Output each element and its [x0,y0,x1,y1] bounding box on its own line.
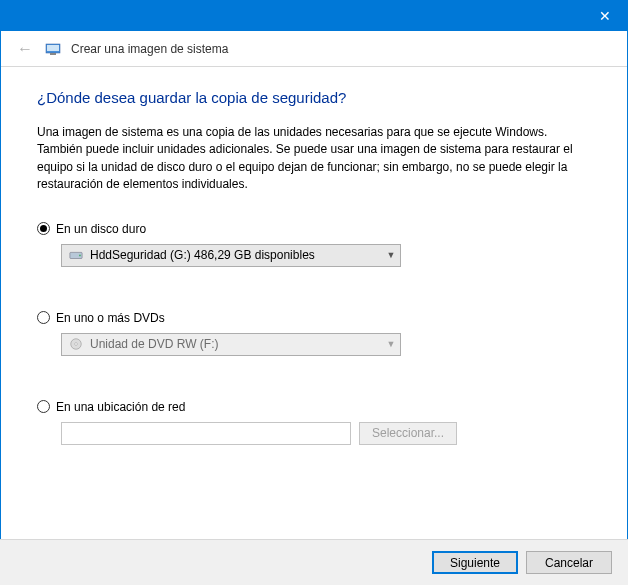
radio-hdd[interactable] [37,222,50,235]
svg-rect-2 [50,53,56,55]
page-heading: ¿Dónde desea guardar la copia de segurid… [37,89,591,106]
network-path-input[interactable] [61,422,351,445]
radio-hdd-label: En un disco duro [56,222,146,236]
radio-network-label: En una ubicación de red [56,400,185,414]
dvd-drive-text: Unidad de DVD RW (F:) [90,337,382,351]
hdd-drive-select[interactable]: HddSeguridad (G:) 486,29 GB disponibles … [61,244,401,267]
system-image-icon [45,41,61,57]
close-icon: ✕ [599,8,611,24]
page-description: Una imagen de sistema es una copia de la… [37,124,591,194]
wizard-header: ← Crear una imagen de sistema [1,31,627,67]
next-button[interactable]: Siguiente [432,551,518,574]
radio-network[interactable] [37,400,50,413]
cancel-button[interactable]: Cancelar [526,551,612,574]
wizard-title: Crear una imagen de sistema [71,42,228,56]
wizard-footer: Siguiente Cancelar [0,539,628,585]
radio-dvd[interactable] [37,311,50,324]
hdd-drive-text: HddSeguridad (G:) 486,29 GB disponibles [90,248,382,262]
dvd-drive-icon [68,336,84,352]
titlebar: ✕ [1,1,627,31]
option-network: En una ubicación de red Seleccionar... [37,400,591,445]
svg-point-6 [75,343,78,346]
svg-rect-1 [47,45,59,51]
radio-row-hdd[interactable]: En un disco duro [37,222,591,236]
svg-point-4 [79,255,81,257]
back-arrow-icon: ← [15,40,35,58]
chevron-down-icon: ▼ [382,334,400,355]
network-select-button: Seleccionar... [359,422,457,445]
hard-disk-icon [68,247,84,263]
radio-row-network[interactable]: En una ubicación de red [37,400,591,414]
option-dvd: En uno o más DVDs Unidad de DVD RW (F:) … [37,311,591,356]
content-area: ¿Dónde desea guardar la copia de segurid… [1,67,627,445]
radio-dvd-label: En uno o más DVDs [56,311,165,325]
radio-row-dvd[interactable]: En uno o más DVDs [37,311,591,325]
dvd-drive-select: Unidad de DVD RW (F:) ▼ [61,333,401,356]
option-hard-disk: En un disco duro HddSeguridad (G:) 486,2… [37,222,591,267]
close-button[interactable]: ✕ [582,1,627,31]
chevron-down-icon: ▼ [382,245,400,266]
